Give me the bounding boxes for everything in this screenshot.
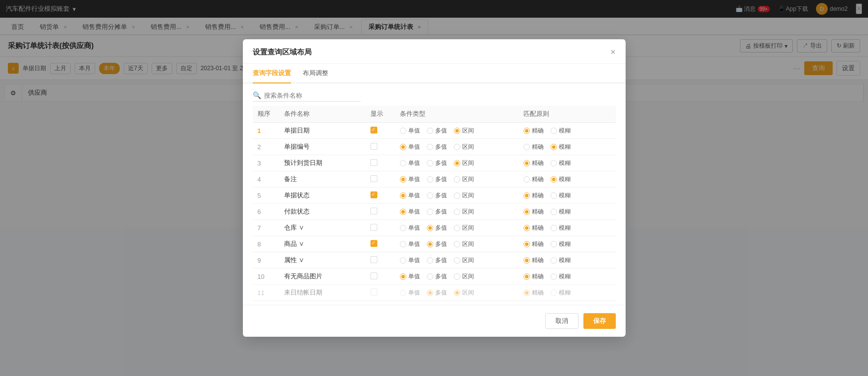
th-match: 匹配原则 bbox=[519, 106, 615, 123]
th-display: 显示 bbox=[366, 106, 395, 123]
radio-match-exact[interactable]: 精确 bbox=[524, 143, 544, 151]
radio-type-multi[interactable]: 多值 bbox=[427, 191, 447, 200]
cell-type[interactable]: 单值多值区间 bbox=[395, 171, 519, 188]
dialog-table-wrap: 顺序 条件名称 显示 条件类型 匹配原则 1单据日期单值多值区间精确模糊2单据编… bbox=[243, 106, 626, 227]
tab-layout-adjust[interactable]: 布局调整 bbox=[303, 64, 328, 83]
cell-type[interactable]: 单值多值区间 bbox=[395, 220, 519, 228]
cell-name: 单据编号 bbox=[279, 139, 365, 155]
display-checkbox[interactable] bbox=[370, 191, 377, 198]
table-row: 2单据编号单值多值区间精确模糊 bbox=[253, 139, 616, 155]
cell-order: 2 bbox=[253, 139, 280, 155]
table-row: 4备注单值多值区间精确模糊 bbox=[253, 171, 616, 188]
radio-type-single[interactable]: 单值 bbox=[400, 127, 420, 135]
cell-order: 7 bbox=[253, 220, 280, 228]
radio-type-single[interactable]: 单值 bbox=[400, 159, 420, 167]
radio-type-range[interactable]: 区间 bbox=[454, 159, 474, 167]
cell-match[interactable]: 精确模糊 bbox=[519, 204, 615, 220]
cell-order: 4 bbox=[253, 171, 280, 188]
tab-query-fields[interactable]: 查询字段设置 bbox=[253, 64, 291, 83]
th-name: 条件名称 bbox=[279, 106, 365, 123]
cell-match[interactable]: 精确模糊 bbox=[519, 171, 615, 188]
radio-match-exact[interactable]: 精确 bbox=[524, 175, 544, 184]
radio-match-exact[interactable]: 精确 bbox=[524, 191, 544, 200]
radio-type-multi[interactable]: 多值 bbox=[427, 208, 447, 216]
cell-match[interactable]: 精确模糊 bbox=[519, 123, 615, 139]
cell-display[interactable] bbox=[366, 204, 395, 220]
display-checkbox[interactable] bbox=[370, 127, 377, 134]
cell-type[interactable]: 单值多值区间 bbox=[395, 188, 519, 204]
cell-display[interactable] bbox=[366, 171, 395, 188]
radio-type-multi[interactable]: 多值 bbox=[427, 159, 447, 167]
dialog-title: 设置查询区域布局 bbox=[253, 48, 312, 57]
cell-display[interactable] bbox=[366, 123, 395, 139]
dialog-header: 设置查询区域布局 × bbox=[243, 39, 626, 64]
display-checkbox[interactable] bbox=[370, 143, 377, 150]
cell-name: 单据日期 bbox=[279, 123, 365, 139]
table-row: 6付款状态单值多值区间精确模糊 bbox=[253, 204, 616, 220]
radio-type-single[interactable]: 单值 bbox=[400, 143, 420, 151]
modal-overlay: 设置查询区域布局 × 查询字段设置 布局调整 🔍 顺序 条件名称 显示 bbox=[0, 0, 868, 227]
settings-dialog: 设置查询区域布局 × 查询字段设置 布局调整 🔍 顺序 条件名称 显示 bbox=[243, 39, 626, 227]
cell-name: 单据状态 bbox=[279, 188, 365, 204]
search-input[interactable] bbox=[264, 92, 352, 99]
cell-match[interactable]: 精确模糊 bbox=[519, 220, 615, 228]
cell-name: 付款状态 bbox=[279, 204, 365, 220]
radio-match-fuzzy[interactable]: 模糊 bbox=[551, 191, 571, 200]
cell-display[interactable] bbox=[366, 155, 395, 171]
radio-match-fuzzy[interactable]: 模糊 bbox=[551, 143, 571, 151]
radio-match-exact[interactable]: 精确 bbox=[524, 208, 544, 216]
radio-match-exact[interactable]: 精确 bbox=[524, 127, 544, 135]
cell-type[interactable]: 单值多值区间 bbox=[395, 204, 519, 220]
search-icon: 🔍 bbox=[253, 91, 261, 99]
cell-match[interactable]: 精确模糊 bbox=[519, 139, 615, 155]
display-checkbox[interactable] bbox=[370, 159, 377, 166]
radio-type-range[interactable]: 区间 bbox=[454, 191, 474, 200]
radio-type-single[interactable]: 单值 bbox=[400, 208, 420, 216]
cell-match[interactable]: 精确模糊 bbox=[519, 155, 615, 171]
dialog-tab-bar: 查询字段设置 布局调整 bbox=[243, 64, 626, 83]
cell-match[interactable]: 精确模糊 bbox=[519, 188, 615, 204]
display-checkbox[interactable] bbox=[370, 208, 377, 215]
radio-match-fuzzy[interactable]: 模糊 bbox=[551, 159, 571, 167]
cell-type[interactable]: 单值多值区间 bbox=[395, 155, 519, 171]
cell-type[interactable]: 单值多值区间 bbox=[395, 139, 519, 155]
radio-type-range[interactable]: 区间 bbox=[454, 143, 474, 151]
cell-name: 预计到货日期 bbox=[279, 155, 365, 171]
radio-match-fuzzy[interactable]: 模糊 bbox=[551, 127, 571, 135]
radio-match-fuzzy[interactable]: 模糊 bbox=[551, 175, 571, 184]
radio-type-multi[interactable]: 多值 bbox=[427, 224, 447, 228]
conditions-table: 顺序 条件名称 显示 条件类型 匹配原则 1单据日期单值多值区间精确模糊2单据编… bbox=[253, 106, 616, 227]
radio-match-exact[interactable]: 精确 bbox=[524, 159, 544, 167]
cell-display[interactable] bbox=[366, 220, 395, 228]
cell-display[interactable] bbox=[366, 188, 395, 204]
dialog-search-area: 🔍 bbox=[243, 83, 626, 106]
display-checkbox[interactable] bbox=[370, 224, 377, 228]
cell-name: 仓库 ∨ bbox=[279, 220, 365, 228]
display-checkbox[interactable] bbox=[370, 175, 377, 182]
radio-match-exact[interactable]: 精确 bbox=[524, 224, 544, 228]
table-row: 5单据状态单值多值区间精确模糊 bbox=[253, 188, 616, 204]
cell-order: 5 bbox=[253, 188, 280, 204]
radio-type-range[interactable]: 区间 bbox=[454, 224, 474, 228]
radio-type-single[interactable]: 单值 bbox=[400, 175, 420, 184]
cell-order: 3 bbox=[253, 155, 280, 171]
radio-type-multi[interactable]: 多值 bbox=[427, 175, 447, 184]
dialog-close-button[interactable]: × bbox=[610, 47, 616, 57]
table-row: 1单据日期单值多值区间精确模糊 bbox=[253, 123, 616, 139]
cell-name: 备注 bbox=[279, 171, 365, 188]
table-row: 3预计到货日期单值多值区间精确模糊 bbox=[253, 155, 616, 171]
radio-type-range[interactable]: 区间 bbox=[454, 175, 474, 184]
cell-type[interactable]: 单值多值区间 bbox=[395, 123, 519, 139]
radio-match-fuzzy[interactable]: 模糊 bbox=[551, 208, 571, 216]
search-box: 🔍 bbox=[253, 89, 361, 102]
radio-type-multi[interactable]: 多值 bbox=[427, 127, 447, 135]
radio-match-fuzzy[interactable]: 模糊 bbox=[551, 224, 571, 228]
th-order: 顺序 bbox=[253, 106, 280, 123]
radio-type-single[interactable]: 单值 bbox=[400, 191, 420, 200]
radio-type-range[interactable]: 区间 bbox=[454, 127, 474, 135]
radio-type-single[interactable]: 单值 bbox=[400, 224, 420, 228]
radio-type-range[interactable]: 区间 bbox=[454, 208, 474, 216]
th-type: 条件类型 bbox=[395, 106, 519, 123]
cell-display[interactable] bbox=[366, 139, 395, 155]
radio-type-multi[interactable]: 多值 bbox=[427, 143, 447, 151]
